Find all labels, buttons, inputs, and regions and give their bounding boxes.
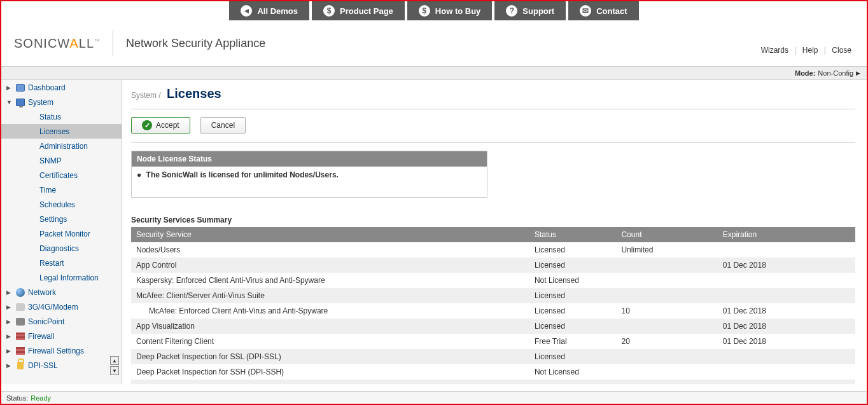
status-bar: Status: Ready: [1, 391, 867, 404]
close-link[interactable]: Close: [832, 46, 851, 55]
table-row: McAfee: Client/Server Anti-Virus SuiteLi…: [131, 288, 855, 303]
sidebar-subitem-licenses[interactable]: Licenses: [1, 124, 122, 139]
sidebar-subitem-certificates[interactable]: Certificates: [1, 168, 122, 182]
topnav-contact[interactable]: ✉ Contact: [568, 1, 638, 20]
cell-status: Not Licensed: [529, 273, 617, 288]
topnav-how-to-buy[interactable]: $ How to Buy: [407, 1, 493, 20]
cell-expiration: [718, 273, 855, 288]
node-license-text: The SonicWall is licensed for unlimited …: [146, 170, 339, 179]
cell-count: [616, 349, 717, 364]
sidebar-subitem-status[interactable]: Status: [1, 109, 122, 124]
sidebar-item-system[interactable]: ▼System: [1, 95, 122, 109]
button-row: ✓ Accept Cancel: [131, 117, 855, 134]
topnav-support[interactable]: ? Support: [494, 1, 566, 20]
cell-service: Nodes/Users: [131, 242, 529, 257]
cancel-label: Cancel: [211, 121, 235, 130]
sidebar-subitem-packet-monitor[interactable]: Packet Monitor: [1, 226, 122, 241]
breadcrumb: System / Licenses: [131, 80, 855, 106]
sidebar-subitem-schedules[interactable]: Schedules: [1, 197, 122, 212]
cell-expiration: [718, 364, 855, 380]
sidebar-item-dpi-ssl[interactable]: ▶DPI-SSL: [1, 358, 122, 373]
mode-bar[interactable]: Mode: Non-Config ▶: [1, 66, 867, 80]
sidebar-item-firewall-settings[interactable]: ▶Firewall Settings: [1, 343, 122, 358]
cell-expiration: 01 Dec 2018: [718, 303, 855, 319]
sidebar-subitem-restart[interactable]: Restart: [1, 256, 122, 270]
sidebar-subitem-snmp[interactable]: SNMP: [1, 153, 122, 168]
sidebar-scroll-down[interactable]: ▼: [110, 366, 119, 375]
topnav-product-page[interactable]: $ Product Page: [312, 1, 405, 20]
wizards-link[interactable]: Wizards: [761, 46, 788, 55]
table-row: Content Filtering ClientFree Trial2001 D…: [131, 334, 855, 349]
cell-count: [616, 273, 717, 288]
logo-prefix: SONICW: [14, 36, 69, 50]
cell-count: [616, 257, 717, 273]
cell-service: McAfee: Client/Server Anti-Virus Suite: [131, 288, 529, 303]
bullet-icon: ●: [137, 170, 141, 179]
cell-service: Deep Packet Inspection for SSL (DPI-SSL): [131, 349, 529, 364]
breadcrumb-path: System /: [131, 91, 161, 100]
cell-status: Expired: [529, 380, 617, 384]
globe-icon: [16, 288, 25, 297]
dashboard-icon: [16, 84, 25, 92]
sidebar-item-label: 3G/4G/Modem: [28, 303, 78, 312]
system-icon: [16, 99, 25, 106]
sidebar-item-sonicpoint[interactable]: ▶SonicPoint: [1, 314, 122, 329]
table-header-row: Security Service Status Count Expiration: [131, 227, 855, 242]
sidebar-subitem-administration[interactable]: Administration: [1, 139, 122, 153]
sidebar-item-label: DPI-SSL: [28, 361, 58, 370]
cell-count: 1 Max: 5: [616, 380, 717, 384]
topnav-label: Product Page: [340, 6, 393, 16]
chevron-right-icon: ▶: [6, 319, 13, 325]
cell-status: Licensed: [529, 242, 617, 257]
sidebar-subitem-legal-information[interactable]: Legal Information: [1, 270, 122, 285]
sidebar-item-3g-4g-modem[interactable]: ▶3G/4G/Modem: [1, 299, 122, 314]
brick-icon: [16, 347, 25, 355]
sidebar-scroll-up[interactable]: ▲: [110, 356, 119, 365]
th-service: Security Service: [131, 227, 529, 242]
page-title: Licenses: [167, 86, 221, 100]
sidebar-item-label: Firewall: [28, 332, 54, 341]
lock-icon: [17, 362, 24, 369]
table-row: Deep Packet Inspection for SSL (DPI-SSL)…: [131, 349, 855, 364]
status-value: Ready: [31, 394, 51, 402]
node-license-box: Node License Status ● The SonicWall is l…: [131, 151, 487, 198]
header: SONICWALL™ Network Security Appliance Wi…: [1, 20, 867, 66]
sidebar-subitem-time[interactable]: Time: [1, 182, 122, 197]
sidebar-item-firewall[interactable]: ▶Firewall: [1, 329, 122, 343]
accept-label: Accept: [156, 121, 179, 130]
mode-value: Non-Config: [818, 69, 853, 77]
sidebar-item-label: Network: [28, 288, 56, 297]
ap-icon: [16, 318, 25, 326]
cell-count: 20: [616, 334, 717, 349]
cancel-button[interactable]: Cancel: [200, 117, 246, 134]
header-links: Wizards | Help | Close: [761, 46, 851, 55]
product-title: Network Security Appliance: [126, 37, 265, 50]
sidebar-item-network[interactable]: ▶Network: [1, 285, 122, 299]
brick-icon: [16, 333, 25, 340]
cell-service: Content Filtering Client: [131, 334, 529, 349]
sidebar-item-label: Firewall Settings: [28, 347, 84, 355]
main: ▶Dashboard▼SystemStatusLicensesAdministr…: [1, 80, 867, 384]
separator: [131, 142, 855, 143]
chevron-right-icon: ▶: [6, 333, 13, 340]
sidebar-scroll: ▲ ▼: [110, 356, 119, 376]
mode-label: Mode:: [795, 69, 815, 77]
content-pane: System / Licenses ✓ Accept Cancel Node L…: [122, 80, 867, 384]
topnav-all-demos[interactable]: ◄ All Demos: [229, 1, 309, 20]
cell-status: Licensed: [529, 319, 617, 334]
help-link[interactable]: Help: [802, 46, 818, 55]
logo-suffix: LL: [79, 36, 94, 50]
cell-expiration: [718, 349, 855, 364]
dollar-icon: $: [419, 5, 430, 17]
cell-count: [616, 288, 717, 303]
separator: [131, 109, 855, 109]
table-row: App ControlLicensed01 Dec 2018: [131, 257, 855, 273]
sidebar-subitem-diagnostics[interactable]: Diagnostics: [1, 241, 122, 256]
th-expiration: Expiration: [718, 227, 855, 242]
sidebar-item-dashboard[interactable]: ▶Dashboard: [1, 80, 122, 95]
sidebar-subitem-settings[interactable]: Settings: [1, 212, 122, 226]
sidebar-item-label: SonicPoint: [28, 317, 64, 326]
accept-button[interactable]: ✓ Accept: [131, 117, 190, 134]
chevron-right-icon: ▶: [6, 304, 13, 310]
cell-expiration: [718, 242, 855, 257]
